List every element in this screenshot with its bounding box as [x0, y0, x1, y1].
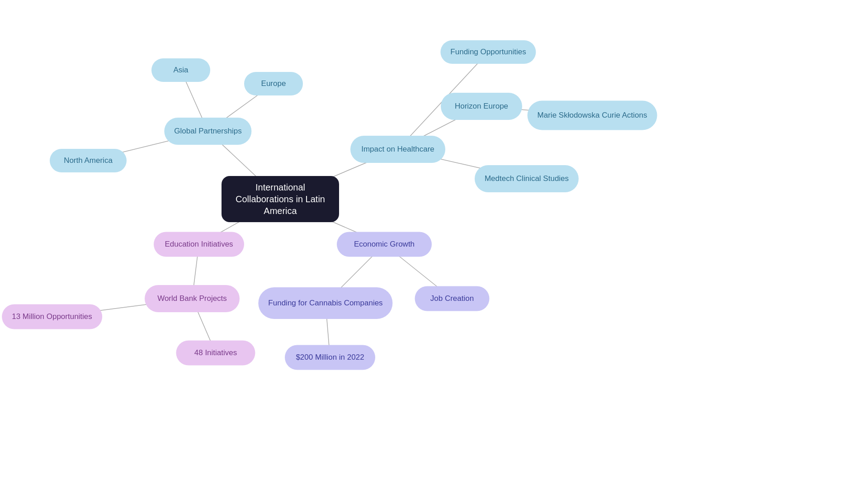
marie-curie-node[interactable]: Marie Skłodowska Curie Actions: [528, 101, 657, 130]
global-partnerships-node[interactable]: Global Partnerships: [164, 118, 251, 145]
economic-growth-label: Economic Growth: [354, 239, 415, 249]
north-america-node[interactable]: North America: [50, 149, 127, 172]
job-creation-node[interactable]: Job Creation: [415, 286, 490, 311]
impact-healthcare-node[interactable]: Impact on Healthcare: [350, 136, 445, 163]
funding-opportunities-node[interactable]: Funding Opportunities: [440, 40, 536, 64]
funding-cannabis-label: Funding for Cannabis Companies: [268, 298, 382, 308]
europe-label: Europe: [261, 79, 286, 89]
horizon-europe-label: Horizon Europe: [455, 101, 508, 111]
education-initiatives-label: Education Initiatives: [165, 239, 233, 249]
initiatives-48-node[interactable]: 48 Initiatives: [176, 341, 255, 366]
center-node[interactable]: International Collaborations in Latin Am…: [222, 176, 339, 222]
medtech-node[interactable]: Medtech Clinical Studies: [475, 165, 579, 192]
global-partnerships-label: Global Partnerships: [174, 126, 241, 136]
center-label: International Collaborations in Latin Am…: [231, 181, 329, 217]
million-opportunities-node[interactable]: 13 Million Opportunities: [2, 304, 102, 329]
million-opportunities-label: 13 Million Opportunities: [12, 312, 92, 322]
marie-curie-label: Marie Skłodowska Curie Actions: [538, 110, 647, 120]
connector-lines: [0, 0, 868, 490]
initiatives-48-label: 48 Initiatives: [194, 348, 237, 358]
education-initiatives-node[interactable]: Education Initiatives: [154, 232, 244, 257]
asia-label: Asia: [173, 65, 188, 75]
impact-healthcare-label: Impact on Healthcare: [361, 144, 434, 154]
million-200-label: $200 Million in 2022: [296, 352, 364, 362]
world-bank-label: World Bank Projects: [157, 294, 227, 304]
horizon-europe-node[interactable]: Horizon Europe: [441, 93, 522, 120]
medtech-label: Medtech Clinical Studies: [485, 174, 569, 184]
asia-node[interactable]: Asia: [151, 58, 210, 82]
mindmap-canvas: International Collaborations in Latin Am…: [0, 0, 868, 490]
economic-growth-node[interactable]: Economic Growth: [337, 232, 432, 257]
europe-node[interactable]: Europe: [244, 72, 303, 95]
job-creation-label: Job Creation: [430, 294, 474, 304]
world-bank-node[interactable]: World Bank Projects: [145, 285, 240, 312]
north-america-label: North America: [64, 156, 113, 166]
funding-cannabis-node[interactable]: Funding for Cannabis Companies: [258, 287, 392, 319]
million-200-node[interactable]: $200 Million in 2022: [285, 345, 375, 370]
funding-opportunities-label: Funding Opportunities: [450, 47, 526, 57]
